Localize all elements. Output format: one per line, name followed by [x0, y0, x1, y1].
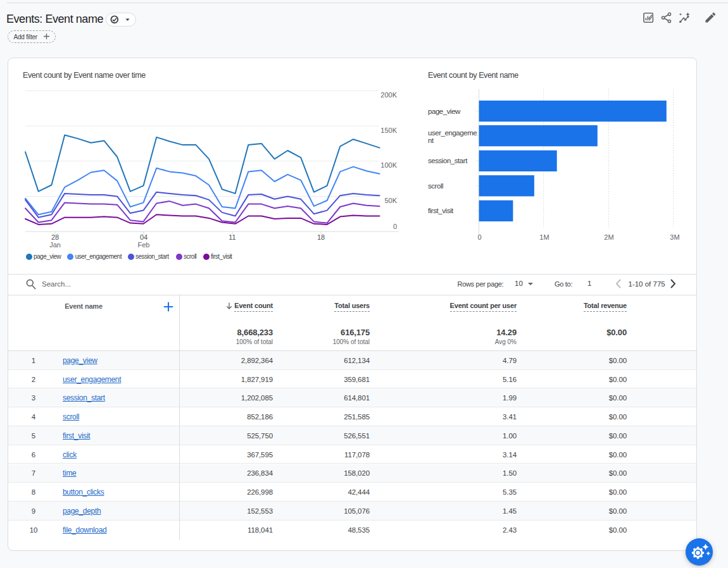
svg-text:0: 0: [477, 233, 481, 241]
svg-text:11: 11: [229, 233, 235, 241]
svg-text:2M: 2M: [604, 233, 613, 241]
svg-text:04: 04: [140, 233, 147, 241]
svg-text:150K: 150K: [380, 127, 397, 134]
svg-text:200K: 200K: [380, 91, 397, 99]
svg-text:Jan: Jan: [49, 241, 61, 249]
svg-text:Feb: Feb: [138, 241, 150, 249]
svg-text:18: 18: [317, 233, 325, 241]
svg-text:0: 0: [393, 223, 397, 230]
svg-text:1M: 1M: [539, 233, 549, 241]
svg-text:50K: 50K: [384, 197, 397, 204]
svg-text:28: 28: [51, 233, 59, 241]
svg-text:100K: 100K: [380, 161, 397, 169]
svg-text:3M: 3M: [670, 233, 679, 241]
